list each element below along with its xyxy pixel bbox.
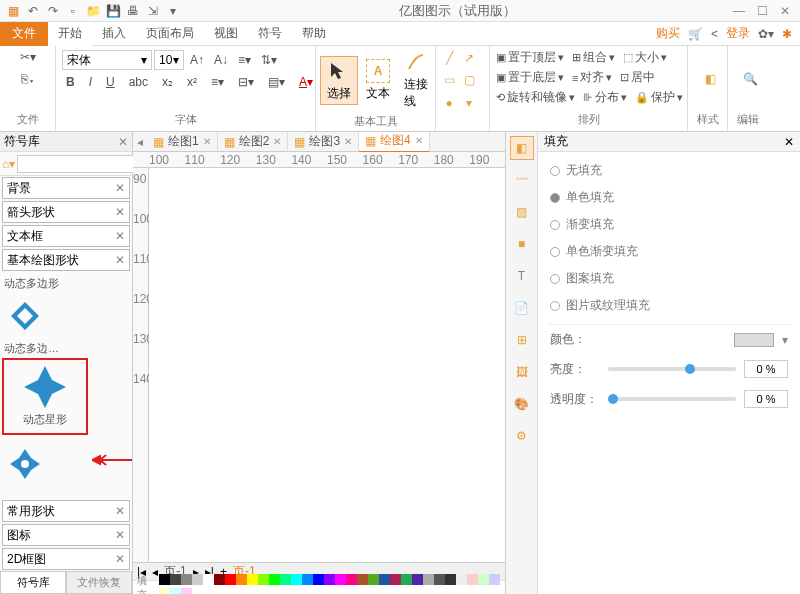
color-swatch[interactable] xyxy=(379,574,390,585)
shadow-tool-icon[interactable]: ▧ xyxy=(510,200,534,224)
rotate-button[interactable]: ⟲ 旋转和镜像▾ xyxy=(494,88,577,107)
shape-more-icon[interactable]: ▾ xyxy=(460,95,478,111)
connector-tool[interactable]: 连接线 xyxy=(398,48,434,112)
color-swatch[interactable] xyxy=(478,574,489,585)
menu-home[interactable]: 开始 xyxy=(48,22,92,46)
text-tool[interactable]: A 文本 xyxy=(360,57,396,104)
align-icon[interactable]: ≡▾ xyxy=(207,73,228,91)
print-icon[interactable]: 🖶 xyxy=(124,2,142,20)
color-swatch[interactable] xyxy=(170,574,181,585)
lib-cat-common[interactable]: 常用形状✕ xyxy=(2,500,130,522)
doc-tab-3[interactable]: ▦绘图3✕ xyxy=(288,132,359,152)
underline-icon[interactable]: U xyxy=(102,73,119,91)
fill-option-3[interactable]: 单色渐变填充 xyxy=(550,243,788,260)
color-swatch[interactable] xyxy=(181,588,192,595)
color-swatch[interactable] xyxy=(390,574,401,585)
color-swatch[interactable] xyxy=(313,574,324,585)
theme-tool-icon[interactable]: 🎨 xyxy=(510,392,534,416)
buy-link[interactable]: 购买 xyxy=(656,25,680,42)
color-swatch[interactable] xyxy=(214,574,225,585)
color-dropdown-icon[interactable]: ▾ xyxy=(782,333,788,347)
share-icon[interactable]: < xyxy=(711,27,718,41)
undo-icon[interactable]: ↶ xyxy=(24,2,42,20)
minimize-icon[interactable]: — xyxy=(733,4,745,18)
spacing-icon[interactable]: ⇅▾ xyxy=(257,51,281,69)
size-button[interactable]: ⬚ 大小▾ xyxy=(621,48,669,67)
lib-cat-arrows[interactable]: 箭头形状✕ xyxy=(2,201,130,223)
color-swatch[interactable] xyxy=(357,574,368,585)
image-tool-icon[interactable]: 🖼 xyxy=(510,360,534,384)
color-swatch[interactable] xyxy=(181,574,192,585)
open-icon[interactable]: 📁 xyxy=(84,2,102,20)
color-swatch[interactable] xyxy=(280,574,291,585)
lib-cat-textbox[interactable]: 文本框✕ xyxy=(2,225,130,247)
close-icon[interactable]: ✕ xyxy=(780,4,790,18)
redo-icon[interactable]: ↷ xyxy=(44,2,62,20)
italic-icon[interactable]: I xyxy=(85,73,96,91)
color-swatch[interactable] xyxy=(247,574,258,585)
panel-close-icon[interactable]: ✕ xyxy=(118,135,128,149)
strike-icon[interactable]: abc xyxy=(125,73,152,91)
cart-icon[interactable]: 🛒 xyxy=(688,27,703,41)
distribute-button[interactable]: ⊪ 分布▾ xyxy=(581,88,629,107)
color-swatch[interactable] xyxy=(225,574,236,585)
shape-line-icon[interactable]: ╱ xyxy=(440,50,458,66)
color-swatch[interactable] xyxy=(258,574,269,585)
color-picker[interactable] xyxy=(734,333,774,347)
shape-ellipse-icon[interactable]: ● xyxy=(440,95,458,111)
superscript-icon[interactable]: x² xyxy=(183,73,201,91)
lib-cat-background[interactable]: 背景✕ xyxy=(2,177,130,199)
transparency-slider[interactable] xyxy=(608,397,736,401)
font-name-combo[interactable]: 宋体▾ xyxy=(62,50,152,70)
color-swatch[interactable] xyxy=(203,574,214,585)
lib-cat-icons[interactable]: 图标✕ xyxy=(2,524,130,546)
star4-shape-thumb[interactable] xyxy=(2,441,48,487)
color-swatch[interactable] xyxy=(159,588,170,595)
layer-tool-icon[interactable]: ⊞ xyxy=(510,328,534,352)
fill-tool-icon[interactable]: ◧ xyxy=(510,136,534,160)
color-swatch[interactable] xyxy=(269,574,280,585)
text-tool-icon[interactable]: T xyxy=(510,264,534,288)
fill-panel-close-icon[interactable]: ✕ xyxy=(784,135,794,149)
edit-button[interactable]: 🔍 xyxy=(732,65,768,93)
export-icon[interactable]: ⇲ xyxy=(144,2,162,20)
save-icon[interactable]: 💾 xyxy=(104,2,122,20)
tab-recovery[interactable]: 文件恢复 xyxy=(66,572,132,594)
line-tool-icon[interactable]: 〰 xyxy=(510,168,534,192)
bold-icon[interactable]: B xyxy=(62,73,79,91)
color-swatch[interactable] xyxy=(346,574,357,585)
menu-help[interactable]: 帮助 xyxy=(292,22,336,46)
doc-tab-1[interactable]: ▦绘图1✕ xyxy=(147,132,218,152)
increase-font-icon[interactable]: A↑ xyxy=(186,51,208,69)
transparency-value[interactable]: 0 % xyxy=(744,390,788,408)
style-button[interactable]: ◧ xyxy=(692,65,728,93)
menu-layout[interactable]: 页面布局 xyxy=(136,22,204,46)
bullets-icon[interactable]: ≡▾ xyxy=(234,51,255,69)
shape-rect-icon[interactable]: ▭ xyxy=(440,72,458,88)
protect-button[interactable]: 🔒 保护▾ xyxy=(633,88,685,107)
font-size-combo[interactable]: 10▾ xyxy=(154,50,184,70)
shape-tool-icon[interactable]: ■ xyxy=(510,232,534,256)
poly-shape-thumb[interactable] xyxy=(2,293,48,339)
color-swatch[interactable] xyxy=(236,574,247,585)
lib-cat-2d[interactable]: 2D框图✕ xyxy=(2,548,130,570)
lib-cat-basic[interactable]: 基本绘图形状✕ xyxy=(2,249,130,271)
maximize-icon[interactable]: ☐ xyxy=(757,4,768,18)
color-swatch[interactable] xyxy=(434,574,445,585)
menu-symbol[interactable]: 符号 xyxy=(248,22,292,46)
group-button[interactable]: ⊞ 组合▾ xyxy=(570,48,617,67)
color-swatch[interactable] xyxy=(445,574,456,585)
settings-tool-icon[interactable]: ⚙ xyxy=(510,424,534,448)
color-swatch[interactable] xyxy=(423,574,434,585)
brightness-value[interactable]: 0 % xyxy=(744,360,788,378)
color-swatch[interactable] xyxy=(291,574,302,585)
subscript-icon[interactable]: x₂ xyxy=(158,73,177,91)
center-button[interactable]: ⊡ 居中 xyxy=(618,68,657,87)
shape-roundrect-icon[interactable]: ▢ xyxy=(460,72,478,88)
color-swatch[interactable] xyxy=(412,574,423,585)
brightness-slider[interactable] xyxy=(608,367,736,371)
tab-nav-left-icon[interactable]: ◂ xyxy=(133,135,147,149)
fill-option-2[interactable]: 渐变填充 xyxy=(550,216,788,233)
color-swatch[interactable] xyxy=(368,574,379,585)
color-swatch[interactable] xyxy=(302,574,313,585)
